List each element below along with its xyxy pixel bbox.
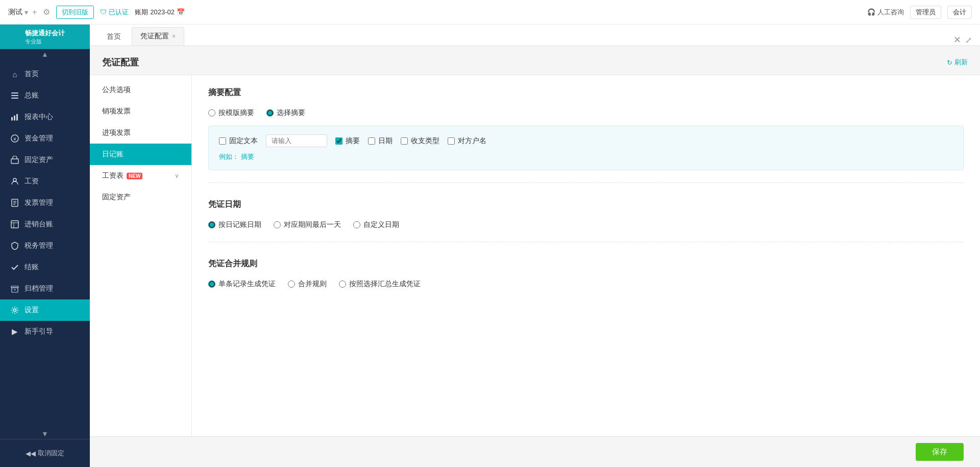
page-header: 凭证配置 ↻ 刷新 <box>90 46 980 75</box>
sidebar-item-report-label: 报表中心 <box>24 112 53 122</box>
select-summary-option[interactable]: 按照选择汇总生成凭证 <box>339 279 421 289</box>
sidebar-logo: 畅捷通好会计 专业版 <box>0 25 90 49</box>
cancel-fixed-button[interactable]: ◀◀ 取消固定 <box>0 445 90 462</box>
verified-label: 已认证 <box>109 8 129 17</box>
payment-type-checkbox[interactable] <box>401 137 408 145</box>
left-nav-sales-invoice-label: 销项发票 <box>102 107 131 115</box>
sidebar-item-settings-label: 设置 <box>24 306 39 315</box>
single-radio[interactable] <box>208 281 215 288</box>
sidebar-item-sales-label: 进销台账 <box>24 220 53 229</box>
summary-select-radio[interactable] <box>266 109 274 116</box>
merge-title: 凭证合并规则 <box>208 259 964 269</box>
sidebar-item-settings[interactable]: 设置 <box>0 299 90 321</box>
counterparty-checkbox[interactable] <box>448 137 455 145</box>
svg-rect-5 <box>16 114 18 121</box>
sidebar-item-invoice[interactable]: 发票管理 <box>0 192 90 214</box>
left-nav-fixed-assets[interactable]: 固定资产 <box>90 186 191 208</box>
summary-title: 摘要配置 <box>208 87 964 98</box>
custom-date-radio[interactable] <box>353 221 360 228</box>
sidebar-item-funds[interactable]: ¥ 资金管理 <box>0 128 90 149</box>
accountant-button[interactable]: 会计 <box>947 6 972 19</box>
calendar-icon[interactable]: 📅 <box>177 8 185 16</box>
left-nav-payroll-sheet[interactable]: 工资表 NEW ∨ <box>90 165 191 186</box>
date-checkbox-label: 日期 <box>378 136 393 146</box>
new-badge: NEW <box>127 173 142 179</box>
left-nav-purchase-invoice[interactable]: 进项发票 <box>90 122 191 144</box>
logo-text: 畅捷通好会计 专业版 <box>25 29 65 45</box>
left-nav-journal[interactable]: 日记账 <box>90 144 191 165</box>
summary-checkbox[interactable] <box>335 137 342 145</box>
custom-date-option[interactable]: 自定义日期 <box>353 220 399 229</box>
date-checkbox-group[interactable]: 日期 <box>368 136 393 146</box>
single-option[interactable]: 单条记录生成凭证 <box>208 279 276 289</box>
sidebar-item-fixed[interactable]: 固定资产 <box>0 149 90 171</box>
svg-point-9 <box>13 178 16 181</box>
save-button[interactable]: 保存 <box>916 443 964 461</box>
period-value: 2023-02 <box>150 8 175 16</box>
merge-rule-radio[interactable] <box>288 281 295 288</box>
tab-voucher-config[interactable]: 凭证配置 × <box>132 27 184 45</box>
sidebar-item-sales[interactable]: 进销台账 <box>0 214 90 235</box>
settings-icon <box>10 306 19 315</box>
topbar-right: 🎧 人工咨询 管理员 会计 <box>867 6 972 19</box>
sidebar-item-archive[interactable]: 归档管理 <box>0 278 90 299</box>
fixed-text-input[interactable] <box>266 134 327 147</box>
refresh-button[interactable]: ↻ 刷新 <box>947 58 968 67</box>
settings-icon[interactable]: ⚙ <box>43 7 50 17</box>
company-selector[interactable]: 测试 ▾ <box>8 8 28 17</box>
journal-date-radio[interactable] <box>208 221 215 228</box>
summary-template-option[interactable]: 按模版摘要 <box>208 108 254 118</box>
period-last-option[interactable]: 对应期间最后一天 <box>274 220 341 229</box>
select-summary-radio[interactable] <box>339 281 346 288</box>
sidebar-item-guide[interactable]: ▶ 新手引导 <box>0 321 90 342</box>
tab-home[interactable]: 首页 <box>98 28 130 45</box>
svg-rect-0 <box>11 92 18 94</box>
sidebar-item-closing[interactable]: 结账 <box>0 256 90 278</box>
payroll-sheet-row: 工资表 NEW ∨ <box>102 171 179 180</box>
expand-icon: ∨ <box>175 172 179 179</box>
summary-template-radio[interactable] <box>208 109 215 116</box>
fixed-text-checkbox[interactable] <box>219 137 226 145</box>
tab-maximize-button[interactable]: ⤢ <box>965 35 972 45</box>
summary-checkbox-label: 摘要 <box>346 136 360 146</box>
sidebar-item-report[interactable]: 报表中心 <box>0 106 90 128</box>
tab-close-window-button[interactable]: ✕ <box>953 34 961 45</box>
summary-checkbox-group[interactable]: 摘要 <box>335 136 360 146</box>
content-area: 首页 凭证配置 × ✕ ⤢ 凭证配置 ↻ 刷新 <box>90 25 980 467</box>
tab-close-icon[interactable]: × <box>172 33 176 40</box>
left-nav-sales-invoice[interactable]: 销项发票 <box>90 101 191 122</box>
sidebar-scroll-up[interactable]: ▲ <box>0 49 90 59</box>
date-checkbox[interactable] <box>368 137 375 145</box>
sidebar-item-payroll[interactable]: 工资 <box>0 171 90 192</box>
counterparty-checkbox-group[interactable]: 对方户名 <box>448 136 486 146</box>
summary-section: 摘要配置 按模版摘要 选择摘要 <box>208 87 964 183</box>
merge-rule-option[interactable]: 合并规则 <box>288 279 327 289</box>
svg-point-20 <box>14 309 16 312</box>
topbar-left: 测试 ▾ + ⚙ 切到旧版 🛡 已认证 账期 2023-02 📅 <box>8 6 867 19</box>
sidebar-item-ledger[interactable]: 总账 <box>0 85 90 106</box>
left-nav-public[interactable]: 公共选项 <box>90 79 191 101</box>
sidebar-item-home[interactable]: ⌂ 首页 <box>0 63 90 85</box>
service-label: 人工咨询 <box>877 8 904 17</box>
sidebar-item-ledger-label: 总账 <box>24 91 39 100</box>
fixed-text-checkbox-group[interactable]: 固定文本 <box>219 136 258 146</box>
period-label: 账期 <box>135 8 148 17</box>
sidebar-scroll-down[interactable]: ▼ <box>0 429 90 439</box>
sidebar-bottom: ◀◀ 取消固定 <box>0 439 90 467</box>
sidebar-item-tax[interactable]: 税务管理 <box>0 235 90 256</box>
period-last-label: 对应期间最后一天 <box>284 220 341 229</box>
payment-type-checkbox-label: 收支类型 <box>411 136 439 146</box>
switch-version-button[interactable]: 切到旧版 <box>56 6 94 19</box>
period-last-radio[interactable] <box>274 221 281 228</box>
page: 凭证配置 ↻ 刷新 公共选项 销项发票 <box>90 46 980 467</box>
svg-rect-14 <box>11 221 18 228</box>
ledger-icon <box>10 91 19 100</box>
payment-type-checkbox-group[interactable]: 收支类型 <box>401 136 439 146</box>
journal-date-option[interactable]: 按日记账日期 <box>208 220 261 229</box>
logo-line1: 畅捷通好会计 <box>25 29 65 38</box>
summary-select-option[interactable]: 选择摘要 <box>266 108 305 118</box>
add-icon[interactable]: + <box>32 8 37 17</box>
service-button[interactable]: 🎧 人工咨询 <box>867 8 904 17</box>
sidebar-nav: ⌂ 首页 总账 报表中心 ¥ <box>0 59 90 429</box>
admin-button[interactable]: 管理员 <box>910 6 941 19</box>
